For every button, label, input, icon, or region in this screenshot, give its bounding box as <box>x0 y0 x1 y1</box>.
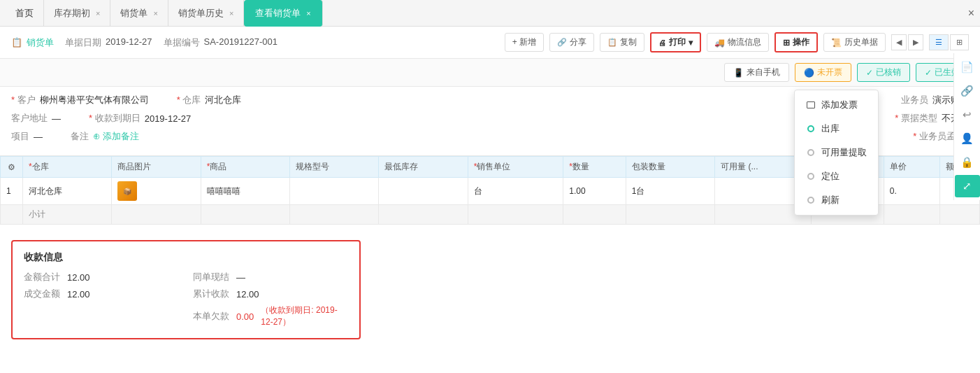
close-icon[interactable]: × <box>306 9 310 17</box>
operation-button[interactable]: ⊞ 操作 <box>774 32 818 52</box>
col-quantity: *数量 <box>563 157 626 178</box>
close-icon[interactable]: × <box>153 9 157 17</box>
sidebar-lock-icon[interactable]: 🔒 <box>955 151 980 174</box>
due-date-note: （收款到期日: 2019-12-27） <box>261 304 348 328</box>
warehouse-value: 河北仓库 <box>205 94 241 106</box>
doc-date-field: 单据日期 2019-12-27 <box>65 36 152 49</box>
ticket-type-label: 票据类型 <box>895 112 937 125</box>
dropdown-arrow-icon: ▾ <box>689 38 693 48</box>
customer-field: 客户 柳州粤港平安气体有限公司 <box>11 94 149 106</box>
next-button[interactable]: ▶ <box>908 34 923 50</box>
row-warehouse: 河北仓库 <box>23 178 112 205</box>
list-view-button[interactable]: ☰ <box>929 34 949 50</box>
outbound-icon <box>806 124 816 134</box>
refresh-item[interactable]: 刷新 <box>795 188 878 212</box>
tab-sales-order[interactable]: 销货单 × <box>110 0 168 27</box>
add-invoice-item[interactable]: 添加发票 <box>795 93 878 117</box>
prev-button[interactable]: ◀ <box>891 34 907 50</box>
project-value: — <box>34 132 43 142</box>
same-order-settle-value: — <box>236 272 245 283</box>
payment-grid: 金额合计 12.00 同单现结 — 成交金额 12.00 累计收款 12.00 … <box>24 271 348 328</box>
warehouse-label: 仓库 <box>177 94 201 106</box>
status-row: 📱 来自手机 🔵 未开票 ✓ 已核销 ✓ 已生效 <box>0 59 980 87</box>
print-icon: 🖨 <box>658 38 666 47</box>
ticket-icon: 🔵 <box>804 68 814 78</box>
col-unit-price: 单价 <box>884 157 939 178</box>
share-button[interactable]: 🔗 分享 <box>549 33 594 52</box>
total-amount-value: 12.00 <box>67 272 90 283</box>
locate-icon <box>806 171 816 181</box>
logistics-icon: 🚚 <box>714 38 725 48</box>
col-package-qty: 包装数量 <box>626 157 714 178</box>
tab-view-sales[interactable]: 查看销货单 × <box>244 0 322 27</box>
tab-home[interactable]: 首页 <box>6 0 44 27</box>
doc-number-field: 单据编号 SA-20191227-001 <box>164 36 278 49</box>
doc-icon: 📋 <box>11 37 22 48</box>
sidebar-expand-icon[interactable]: ⤢ <box>955 175 980 197</box>
logistics-button[interactable]: 🚚 物流信息 <box>707 33 769 52</box>
sidebar-doc-icon[interactable]: 📄 <box>955 56 980 78</box>
effective-icon: ✓ <box>925 68 932 78</box>
new-button[interactable]: + 新增 <box>505 33 544 52</box>
add-note-button[interactable]: ⊕ 添加备注 <box>93 130 139 143</box>
sidebar-user-icon[interactable]: 👤 <box>955 127 980 150</box>
col-min-stock: 最低库存 <box>379 157 468 178</box>
current-balance-label: 本单欠款 <box>193 310 229 323</box>
customer-label: 客户 <box>11 94 36 106</box>
date-value: 2019-12-27 <box>106 36 152 49</box>
sidebar-link-icon[interactable]: 🔗 <box>955 80 980 102</box>
payment-date-field: 收款到期日 2019-12-27 <box>89 112 191 125</box>
grid-view-button[interactable]: ⊞ <box>950 34 969 50</box>
same-order-settle-row: 同单现结 — <box>193 271 348 283</box>
doc-title: 📋 销货单 <box>11 36 54 49</box>
row-min-stock <box>379 178 468 205</box>
toolbar: + 新增 🔗 分享 📋 复制 🖨 打印 ▾ 🚚 物流信息 ⊞ 操作 <box>505 32 969 52</box>
date-label: 单据日期 <box>65 36 101 49</box>
total-amount-label: 金额合计 <box>24 271 60 283</box>
written-off-button[interactable]: ✓ 已核销 <box>857 63 910 82</box>
close-icon[interactable]: × <box>229 9 233 17</box>
payment-section: 收款信息 金额合计 12.00 同单现结 — 成交金额 12.00 累计收款 1… <box>11 240 361 339</box>
payment-title: 收款信息 <box>24 251 348 264</box>
cumulative-receipt-value: 12.00 <box>236 289 259 300</box>
phone-icon: 📱 <box>733 68 744 78</box>
sidebar-return-icon[interactable]: ↩ <box>955 104 980 126</box>
total-amount-row: 金额合计 12.00 <box>24 271 179 283</box>
address-label: 客户地址 <box>11 112 48 125</box>
subtotal-label: 小计 <box>23 205 112 225</box>
payment-date-label: 收款到期日 <box>89 112 140 125</box>
close-all-button[interactable]: × <box>968 7 974 20</box>
close-icon[interactable]: × <box>96 9 100 17</box>
note-label: 备注 <box>71 130 89 143</box>
col-warehouse: *仓库 <box>23 157 112 178</box>
tab-bar: 首页 库存期初 × 销货单 × 销货单历史 × 查看销货单 × × <box>0 0 980 27</box>
salesperson-label: 业务员 <box>901 94 928 106</box>
history-button[interactable]: 📜 历史单据 <box>823 33 886 52</box>
cumulative-receipt-row: 累计收款 12.00 <box>193 288 348 300</box>
history-icon: 📜 <box>831 38 842 48</box>
view-toggle: ☰ ⊞ <box>929 34 969 50</box>
address-field: 客户地址 — <box>11 112 61 125</box>
right-sidebar: 📄 🔗 ↩ 👤 🔒 ⤢ <box>953 53 980 200</box>
project-field: 项目 — <box>11 130 43 143</box>
current-balance-value: 0.00 <box>236 311 254 322</box>
number-label: 单据编号 <box>164 36 200 49</box>
row-image: 📦 <box>112 178 201 205</box>
locate-item[interactable]: 定位 <box>795 164 878 188</box>
copy-icon: 📋 <box>607 38 617 47</box>
from-phone-button[interactable]: 📱 来自手机 <box>724 63 789 82</box>
tab-inventory-init[interactable]: 库存期初 × <box>44 0 110 27</box>
print-button[interactable]: 🖨 打印 ▾ <box>650 32 701 52</box>
note-field: 备注 ⊕ 添加备注 <box>71 130 139 143</box>
tab-sales-history[interactable]: 销货单历史 × <box>168 0 244 27</box>
add-invoice-icon <box>806 100 816 110</box>
address-value: — <box>52 113 61 124</box>
doc-meta: 单据日期 2019-12-27 单据编号 SA-20191227-001 <box>65 36 278 49</box>
copy-button[interactable]: 📋 复制 <box>600 33 644 52</box>
available-qty-item[interactable]: 可用量提取 <box>795 141 878 164</box>
salesperson2-label: 业务员孟 <box>913 130 956 143</box>
transaction-amount-value: 12.00 <box>67 289 90 300</box>
outbound-item[interactable]: 出库 <box>795 117 878 141</box>
not-open-button[interactable]: 🔵 未开票 <box>795 63 851 82</box>
operation-icon: ⊞ <box>783 38 790 48</box>
